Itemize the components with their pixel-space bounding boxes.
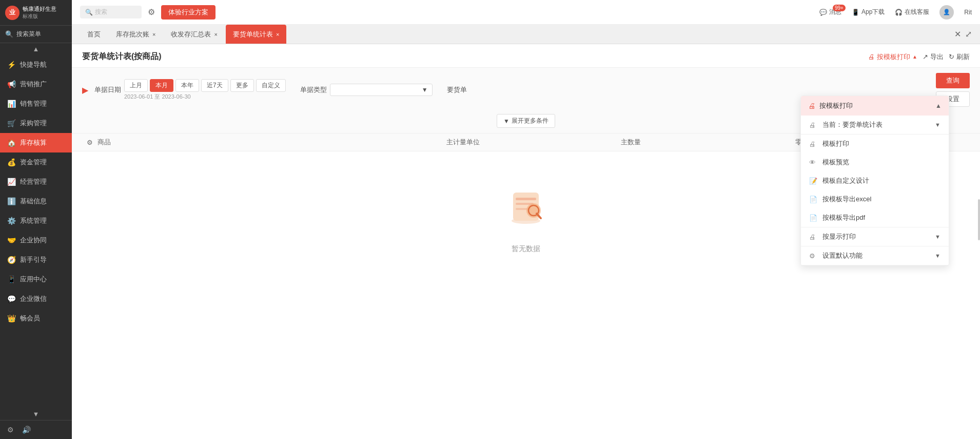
dropdown-items-section: 🖨 模板打印 👁 模板预览 📝 模板自定义设计 📄 按模板导出excel 📄 [801, 135, 949, 227]
settings-icon[interactable]: ⚙ [7, 426, 14, 434]
sidebar-item-label: 应用中心 [20, 275, 47, 284]
query-button[interactable]: 查询 [936, 73, 970, 88]
date-btn-this-month[interactable]: 本月 [150, 79, 173, 92]
scrollbar[interactable] [978, 199, 980, 240]
dropdown-item-label: 按模板导出excel [822, 195, 871, 204]
business-icon: 📈 [7, 178, 16, 186]
dropdown-item-template-custom[interactable]: 📝 模板自定义设计 [801, 171, 949, 190]
basic-icon: ℹ️ [7, 197, 16, 205]
messages-button[interactable]: 💬 消息 99+ [819, 8, 841, 16]
current-template-arrow: ▼ [935, 122, 940, 128]
sidebar-item-system[interactable]: ⚙️ 系统管理 [0, 211, 72, 231]
export-button[interactable]: ↗ 导出 [923, 52, 944, 62]
sidebar-item-purchase[interactable]: 🛒 采购管理 [0, 113, 72, 133]
tabs-bar: 首页 库存批次账 × 收发存汇总表 × 要货单统计表 × ✕ ⤢ [72, 25, 980, 44]
date-options: 上月 本月 本年 近7天 更多 自定义 [124, 79, 286, 92]
date-btn-this-year[interactable]: 本年 [175, 79, 199, 92]
tab-maximize-icon[interactable]: ⤢ [965, 29, 972, 39]
sidebar-item-app-center[interactable]: 📱 应用中心 [0, 270, 72, 289]
avatar[interactable]: 👤 [939, 5, 954, 20]
online-service-label: 在线客服 [905, 8, 929, 16]
app-center-icon: 📱 [7, 275, 16, 283]
sidebar-item-label: 经营管理 [20, 177, 47, 186]
sound-icon[interactable]: 🔊 [22, 426, 31, 434]
dropdown-item-template-pdf[interactable]: 📄 按模板导出pdf [801, 208, 949, 227]
trial-button[interactable]: 体验行业方案 [161, 5, 215, 20]
gear-icon[interactable]: ⚙ [148, 7, 155, 17]
tab-batch-account-close[interactable]: × [152, 31, 155, 37]
sidebar-search-label: 搜索菜单 [16, 30, 41, 39]
table-settings-icon[interactable]: ⚙ [82, 139, 97, 146]
sidebar-item-sales[interactable]: 📊 销售管理 [0, 94, 72, 113]
sidebar-item-wechat[interactable]: 💬 企业微信 [0, 289, 72, 309]
sidebar-item-basic[interactable]: ℹ️ 基础信息 [0, 192, 72, 211]
date-btn-7days[interactable]: 近7天 [201, 79, 228, 92]
tab-home[interactable]: 首页 [80, 25, 108, 44]
page-title: 要货单统计表(按商品) [82, 51, 162, 62]
topbar: 🔍 搜索 ⚙ 体验行业方案 💬 消息 99+ 📱 App下载 🎧 在线客服 👤 … [72, 0, 980, 25]
printer-icon: 🖨 [868, 53, 875, 61]
purchase-icon: 🛒 [7, 119, 16, 127]
date-filter-group: 单据日期 上月 本月 本年 近7天 更多 自定义 2023-06-01 至 20… [94, 79, 286, 101]
filter-collapse-icon[interactable]: ▶ [82, 85, 88, 95]
tab-receipt-summary-close[interactable]: × [214, 31, 217, 37]
sidebar-item-finance[interactable]: 💰 资金管理 [0, 152, 72, 172]
sidebar-menu: ⚡ 快捷导航 📢 营销推广 📊 销售管理 🛒 采购管理 🏠 库存核算 💰 资金管… [0, 55, 72, 408]
display-print-label: 按显示打印 [822, 232, 856, 241]
table-col-unit: 主计量单位 [446, 138, 621, 147]
sidebar-item-marketing[interactable]: 📢 营销推广 [0, 74, 72, 94]
phone-icon: 📱 [852, 9, 859, 16]
sidebar-item-quick-nav[interactable]: ⚡ 快捷导航 [0, 55, 72, 74]
online-service-button[interactable]: 🎧 在线客服 [895, 8, 929, 16]
sidebar-scroll-down[interactable]: ▼ [0, 408, 72, 420]
expand-more-btn[interactable]: ▼ 展开更多条件 [497, 114, 555, 128]
dropdown-header[interactable]: 🖨 按模板打印 ▲ [801, 96, 949, 116]
dropdown-title: 按模板打印 [819, 101, 853, 110]
sidebar-item-inventory[interactable]: 🏠 库存核算 [0, 133, 72, 152]
dropdown-item-label: 模板预览 [822, 158, 849, 167]
dropdown-current-template[interactable]: 🖨 当前：要货单统计表 ▼ [801, 116, 949, 134]
dropdown-item-template-print[interactable]: 🖨 模板打印 [801, 135, 949, 153]
dropdown-item-template-excel[interactable]: 📄 按模板导出excel [801, 190, 949, 208]
current-template-icon: 🖨 [809, 121, 817, 129]
dropdown-close-arrow-icon[interactable]: ▲ [935, 102, 942, 109]
dropdown-default-item[interactable]: ⚙ 设置默认功能 ▼ [801, 246, 949, 265]
sidebar-item-guide[interactable]: 🧭 新手引导 [0, 250, 72, 270]
dropdown-printer-icon: 🖨 [808, 102, 815, 110]
topbar-search[interactable]: 🔍 搜索 [80, 6, 142, 18]
sidebar-scroll-up[interactable]: ▲ [0, 43, 72, 55]
empty-icon [503, 182, 549, 238]
sidebar-item-label: 畅会员 [20, 314, 40, 323]
sidebar-item-label: 营销推广 [20, 80, 47, 89]
tab-receipt-summary[interactable]: 收发存汇总表 × [164, 25, 224, 44]
order-type-select[interactable]: ▼ [330, 84, 433, 96]
default-settings-left: ⚙ 设置默认功能 [809, 251, 863, 260]
refresh-button[interactable]: ↻ 刷新 [949, 52, 970, 62]
app-download-label: App下载 [861, 8, 885, 16]
sidebar-item-member[interactable]: 👑 畅会员 [0, 309, 72, 328]
app-version: 标准版 [23, 13, 56, 20]
expand-label: 展开更多条件 [512, 117, 548, 125]
tab-order-stats[interactable]: 要货单统计表 × [226, 25, 286, 44]
sidebar-item-cooperation[interactable]: 🤝 企业协同 [0, 231, 72, 250]
template-print-button[interactable]: 🖨 按模板打印 ▲ [868, 52, 917, 62]
tab-order-stats-close[interactable]: × [276, 31, 279, 37]
app-download-button[interactable]: 📱 App下载 [852, 8, 885, 16]
dropdown-item-template-preview[interactable]: 👁 模板预览 [801, 153, 949, 171]
table-col-qty: 主数量 [621, 138, 795, 147]
tab-batch-account-label: 库存批次账 [116, 30, 149, 39]
sidebar-item-business[interactable]: 📈 经营管理 [0, 172, 72, 192]
sidebar-item-label: 新手引导 [20, 255, 47, 264]
sidebar-search[interactable]: 🔍 搜索菜单 [0, 26, 72, 43]
tab-batch-account[interactable]: 库存批次账 × [109, 25, 163, 44]
sidebar-item-label: 库存核算 [20, 138, 47, 147]
date-btn-last-month[interactable]: 上月 [124, 79, 148, 92]
dropdown-display-print-item[interactable]: 🖨 按显示打印 ▼ [801, 227, 949, 246]
template-excel-icon: 📄 [809, 196, 817, 203]
sales-icon: 📊 [7, 100, 16, 108]
date-btn-custom[interactable]: 自定义 [256, 79, 286, 92]
username: Rit [964, 9, 972, 16]
date-btn-more[interactable]: 更多 [230, 79, 254, 92]
tab-close-all-icon[interactable]: ✕ [954, 29, 961, 39]
sidebar-item-label: 企业微信 [20, 294, 47, 303]
